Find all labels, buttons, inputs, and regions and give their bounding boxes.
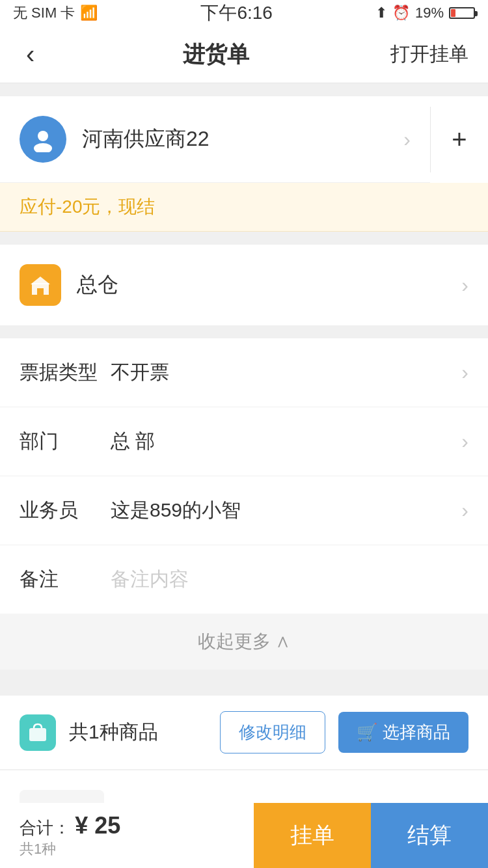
- svg-point-1: [34, 143, 52, 152]
- form-section: 票据类型 不开票 › 部门 总 部 › 业务员 这是859的小智 › 备注 备注…: [0, 338, 488, 614]
- department-label: 部门: [20, 428, 111, 455]
- department-value: 总 部: [111, 428, 461, 455]
- battery-percent: 19%: [415, 5, 444, 21]
- select-product-button[interactable]: 🛒 选择商品: [338, 712, 468, 753]
- department-row[interactable]: 部门 总 部 ›: [0, 407, 488, 476]
- warehouse-chevron-icon: ›: [461, 273, 468, 297]
- products-header: 共1种商品 修改明细 🛒 选择商品: [0, 696, 488, 769]
- warehouse-name: 总仓: [77, 271, 461, 299]
- gap-1: [0, 83, 488, 96]
- warehouse-icon: [20, 264, 61, 306]
- footer-summary: 合计： ¥ 25 共1种: [0, 803, 254, 868]
- remark-label: 备注: [20, 566, 111, 593]
- salesperson-row[interactable]: 业务员 这是859的小智 ›: [0, 476, 488, 545]
- invoice-type-label: 票据类型: [20, 359, 111, 386]
- invoice-type-row[interactable]: 票据类型 不开票 ›: [0, 338, 488, 407]
- invoice-type-chevron: ›: [461, 360, 468, 385]
- collapse-label: 收起更多 ∧: [198, 629, 291, 654]
- salesperson-value: 这是859的小智: [111, 497, 461, 524]
- status-carrier: 无 SIM 卡 📶: [13, 3, 98, 23]
- edit-detail-button[interactable]: 修改明细: [220, 711, 325, 753]
- total-label-text: 合计：: [20, 818, 70, 837]
- remark-row[interactable]: 备注 备注内容: [0, 545, 488, 614]
- select-icon: 🛒: [357, 722, 377, 742]
- settle-button[interactable]: 结算: [371, 803, 488, 868]
- supplier-name: 河南供应商22: [82, 125, 403, 154]
- back-button[interactable]: ‹: [20, 33, 41, 75]
- gap-2: [0, 670, 488, 683]
- invoice-type-value: 不开票: [111, 359, 461, 386]
- status-bar: 无 SIM 卡 📶 下午6:16 ⬆ ⏰ 19%: [0, 0, 488, 26]
- carrier-text: 无 SIM 卡: [13, 3, 75, 23]
- notice-bar: 应付-20元，现结: [0, 183, 488, 232]
- location-icon: ⬆: [375, 5, 387, 21]
- supplier-avatar: [20, 116, 66, 163]
- status-right: ⬆ ⏰ 19%: [375, 5, 475, 21]
- total-value: ¥ 25: [75, 812, 120, 839]
- svg-point-0: [38, 131, 48, 141]
- svg-rect-5: [29, 728, 46, 741]
- footer-total-label: 合计： ¥ 25: [20, 812, 234, 839]
- add-supplier-button[interactable]: +: [431, 96, 488, 183]
- page-title: 进货单: [183, 40, 249, 70]
- battery-icon: [449, 7, 475, 19]
- select-label: 选择商品: [383, 721, 450, 744]
- supplier-section: 河南供应商22 › +: [0, 96, 488, 183]
- department-chevron: ›: [461, 429, 468, 454]
- alarm-icon: ⏰: [392, 5, 410, 21]
- warehouse-section[interactable]: 总仓 ›: [0, 245, 488, 325]
- footer-bar: 合计： ¥ 25 共1种 挂单 结算: [0, 803, 488, 868]
- chevron-right-icon: ›: [403, 128, 411, 152]
- open-pending-button[interactable]: 打开挂单: [390, 41, 468, 68]
- remark-input[interactable]: 备注内容: [111, 566, 468, 593]
- svg-rect-4: [37, 288, 44, 295]
- collapse-bar[interactable]: 收起更多 ∧: [0, 614, 488, 670]
- suspend-button[interactable]: 挂单: [254, 803, 371, 868]
- products-icon: [20, 714, 56, 751]
- wifi-icon: 📶: [80, 5, 98, 21]
- notice-text: 应付-20元，现结: [20, 197, 155, 217]
- nav-bar: ‹ 进货单 打开挂单: [0, 26, 488, 83]
- salesperson-label: 业务员: [20, 497, 111, 524]
- products-count: 共1种商品: [69, 719, 207, 746]
- status-time: 下午6:16: [200, 1, 273, 25]
- footer-count: 共1种: [20, 839, 234, 859]
- svg-marker-3: [31, 277, 50, 284]
- supplier-selector[interactable]: 河南供应商22 ›: [0, 96, 430, 183]
- salesperson-chevron: ›: [461, 498, 468, 522]
